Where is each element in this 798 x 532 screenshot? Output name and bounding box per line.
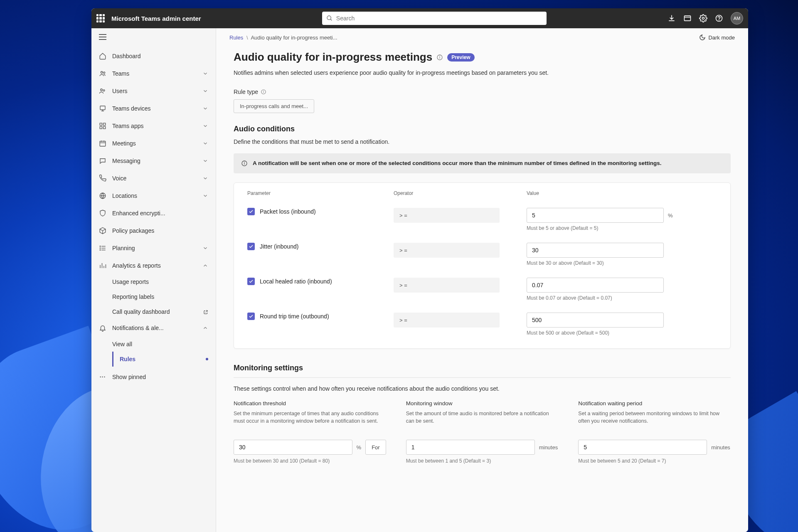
- sidebar-item-users[interactable]: Users: [91, 82, 216, 100]
- monitor-desc: Set the amount of time audio is monitore…: [406, 410, 559, 432]
- svg-point-35: [244, 162, 245, 163]
- value-input[interactable]: [527, 313, 664, 328]
- sidebar-item-enhanced-encrypti-[interactable]: Enhanced encrypti...: [91, 204, 216, 222]
- chevron-down-icon: [202, 140, 208, 146]
- chevron-down-icon: [202, 245, 208, 251]
- monitor-unit: minutes: [539, 444, 558, 451]
- condition-checkbox[interactable]: [247, 208, 255, 215]
- sidebar-item-teams[interactable]: Teams: [91, 65, 216, 82]
- svg-point-32: [264, 91, 264, 91]
- condition-checkbox[interactable]: [247, 243, 255, 250]
- globe-icon: [99, 192, 106, 200]
- analytics-icon: [99, 262, 106, 269]
- topbar: Microsoft Teams admin center AM: [91, 8, 748, 28]
- monitor-desc: Set a waiting period between monitoring …: [578, 410, 731, 432]
- search-input[interactable]: [336, 15, 542, 22]
- apps-icon: [99, 122, 106, 130]
- sidebar-subitem-call-quality-dashboard[interactable]: Call quality dashboard: [112, 304, 216, 319]
- value-unit: %: [668, 212, 673, 219]
- show-pinned-button[interactable]: ··· Show pinned: [91, 368, 216, 386]
- device-icon: [99, 105, 106, 112]
- window-icon[interactable]: [683, 14, 692, 22]
- monitor-input[interactable]: [406, 440, 535, 455]
- monitor-hint: Must be between 5 and 20 (Default = 7): [578, 458, 731, 464]
- menu-toggle-button[interactable]: [91, 28, 216, 46]
- more-icon: ···: [99, 373, 106, 381]
- monitoring-column: Monitoring window Set the amount of time…: [406, 400, 559, 464]
- dark-mode-toggle[interactable]: Dark mode: [699, 34, 735, 41]
- phone-icon: [99, 175, 106, 182]
- info-icon[interactable]: [436, 54, 443, 61]
- monitor-input[interactable]: [578, 440, 707, 455]
- sidebar-item-messaging[interactable]: Messaging: [91, 152, 216, 170]
- sidebar-item-teams-devices[interactable]: Teams devices: [91, 100, 216, 117]
- user-avatar[interactable]: AM: [731, 12, 743, 25]
- condition-row: Packet loss (inbound) > = % Must be 5 or…: [244, 202, 720, 237]
- sidebar-subitem-view-all[interactable]: View all: [112, 337, 216, 352]
- svg-point-4: [702, 17, 704, 20]
- svg-point-25: [100, 248, 101, 249]
- download-icon[interactable]: [667, 14, 676, 22]
- sidebar-item-meetings[interactable]: Meetings: [91, 135, 216, 152]
- operator-field: > =: [394, 278, 500, 293]
- preview-badge: Preview: [447, 53, 474, 62]
- sidebar-item-locations[interactable]: Locations: [91, 187, 216, 204]
- monitor-label: Notification threshold: [234, 400, 386, 406]
- monitoring-column: Notification waiting period Set a waitin…: [578, 400, 731, 464]
- monitor-unit: minutes: [711, 444, 730, 451]
- for-label: For: [365, 440, 386, 455]
- app-launcher-icon[interactable]: [96, 14, 105, 22]
- package-icon: [99, 227, 106, 234]
- sidebar-item-voice[interactable]: Voice: [91, 170, 216, 187]
- info-banner: A notification will be sent when one or …: [234, 153, 731, 173]
- page-description: Notifies admins when selected users expe…: [234, 69, 731, 76]
- calendar-icon: [99, 140, 106, 147]
- value-input[interactable]: [527, 243, 664, 258]
- condition-checkbox[interactable]: [247, 278, 255, 285]
- chevron-down-icon: [202, 106, 208, 111]
- breadcrumb-root[interactable]: Rules: [229, 34, 243, 41]
- people-icon: [99, 87, 106, 95]
- sidebar: DashboardTeamsUsersTeams devicesTeams ap…: [91, 28, 216, 532]
- parameter-label: Packet loss (inbound): [260, 208, 316, 215]
- operator-field: > =: [394, 243, 500, 258]
- moon-icon: [699, 34, 706, 41]
- chevron-down-icon: [202, 158, 208, 164]
- sidebar-item-dashboard[interactable]: Dashboard: [91, 47, 216, 65]
- monitor-hint: Must be between 1 and 5 (Default = 3): [406, 458, 559, 464]
- chevron-down-icon: [202, 123, 208, 129]
- sidebar-item-teams-apps[interactable]: Teams apps: [91, 117, 216, 135]
- svg-point-26: [100, 250, 101, 251]
- sidebar-item-analytics-reports[interactable]: Analytics & reports: [91, 257, 216, 274]
- condition-checkbox[interactable]: [247, 313, 255, 320]
- monitoring-column: Notification threshold Set the minimum p…: [234, 400, 386, 464]
- search-box[interactable]: [322, 12, 547, 25]
- svg-point-24: [100, 246, 101, 247]
- rule-type-field: In-progress calls and meet...: [234, 99, 314, 113]
- monitor-desc: Set the minimum percentage of times that…: [234, 410, 386, 432]
- svg-line-1: [330, 19, 332, 20]
- header-value: Value: [527, 190, 720, 196]
- value-hint: Must be 0.07 or above (Default = 0.07): [527, 295, 720, 301]
- value-input[interactable]: [527, 208, 664, 223]
- settings-icon[interactable]: [699, 14, 707, 22]
- value-input[interactable]: [527, 278, 664, 293]
- sidebar-subitem-rules[interactable]: Rules: [112, 352, 216, 367]
- sidebar-item-notifications-ale-[interactable]: Notifications & ale...: [91, 319, 216, 337]
- external-link-icon: [203, 309, 208, 314]
- sidebar-item-policy-packages[interactable]: Policy packages: [91, 222, 216, 239]
- sidebar-subitem-usage-reports[interactable]: Usage reports: [112, 274, 216, 289]
- svg-rect-11: [100, 106, 105, 110]
- sidebar-subitem-reporting-labels[interactable]: Reporting labels: [112, 289, 216, 304]
- sidebar-item-planning[interactable]: Planning: [91, 239, 216, 257]
- svg-rect-13: [103, 123, 106, 125]
- home-icon: [99, 52, 106, 60]
- value-hint: Must be 5 or above (Default = 5): [527, 225, 720, 231]
- header-parameter: Parameter: [244, 190, 394, 196]
- svg-rect-12: [100, 123, 102, 125]
- chevron-down-icon: [202, 175, 208, 181]
- conditions-table: Parameter Operator Value Packet loss (in…: [234, 182, 731, 349]
- monitor-input[interactable]: [234, 440, 352, 455]
- help-icon[interactable]: [715, 14, 723, 22]
- info-icon[interactable]: [261, 89, 266, 95]
